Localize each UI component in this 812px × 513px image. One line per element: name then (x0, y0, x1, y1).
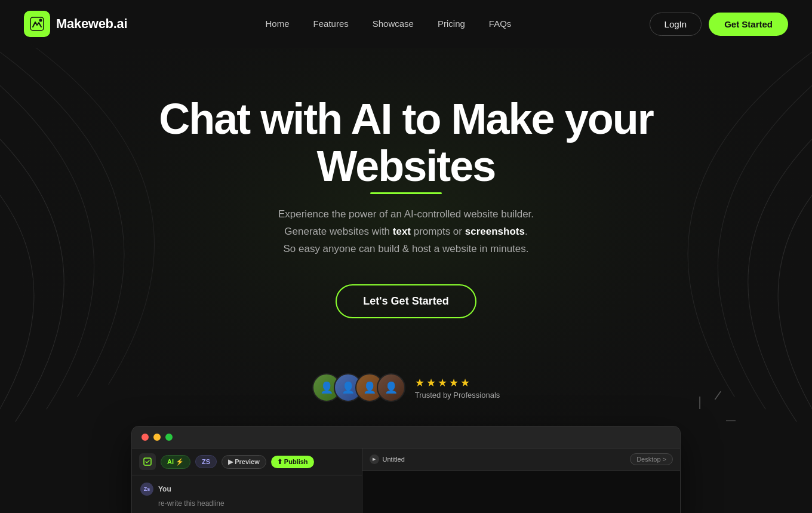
svg-point-3 (39, 19, 42, 22)
preview-toolbar-button[interactable]: ▶ Preview (222, 455, 266, 469)
star-4: ★ (449, 376, 459, 389)
hero-subtitle: Experience the power of an AI-controlled… (227, 206, 585, 258)
star-5: ★ (460, 376, 470, 389)
hero-section: Chat with AI to Make your Websites Exper… (0, 48, 812, 342)
preview-toolbar: ▶ Untitled Desktop > (362, 449, 680, 471)
message-header: Zs You (140, 483, 353, 496)
brand-name: Makeweb.ai (56, 16, 127, 32)
message-avatar: Zs (140, 483, 153, 496)
window-content: AI ⚡ ZS ▶ Preview ⬆ Publish Zs Yo (132, 449, 680, 513)
hero-cta-button[interactable]: Let's Get Started (336, 284, 476, 318)
hero-underline (370, 192, 442, 194)
desktop-button[interactable]: Desktop > (630, 453, 673, 465)
nav-faqs[interactable]: FAQs (489, 19, 512, 29)
logo-link[interactable]: Makeweb.ai (24, 11, 127, 37)
hero-title: Chat with AI to Make your Websites (119, 96, 693, 194)
chat-panel: AI ⚡ ZS ▶ Preview ⬆ Publish Zs Yo (132, 449, 362, 513)
window-dot-red[interactable] (142, 434, 149, 441)
mockup-container: AI ⚡ ZS ▶ Preview ⬆ Publish Zs Yo (107, 426, 705, 513)
nav-home[interactable]: Home (266, 19, 290, 29)
message-text: re-write this headline (140, 499, 353, 508)
logo-icon (24, 11, 50, 37)
window-dot-yellow[interactable] (153, 434, 161, 441)
preview-content (362, 471, 680, 513)
proof-text: ★ ★ ★ ★ ★ Trusted by Professionals (415, 376, 500, 400)
window-dot-green[interactable] (165, 434, 173, 441)
navbar: Makeweb.ai Home Features Showcase Pricin… (0, 0, 812, 48)
nav-features[interactable]: Features (313, 19, 349, 29)
star-3: ★ (438, 376, 447, 389)
get-started-nav-button[interactable]: Get Started (709, 13, 788, 36)
mockup-window: AI ⚡ ZS ▶ Preview ⬆ Publish Zs Yo (131, 426, 681, 513)
star-1: ★ (415, 376, 425, 389)
preview-title: Untitled (383, 456, 405, 463)
zs-toolbar-button[interactable]: ZS (195, 455, 217, 468)
preview-panel: ▶ Untitled Desktop > (362, 449, 680, 513)
deco-dash: — (726, 415, 736, 426)
chat-message: Zs You re-write this headline (132, 475, 362, 513)
window-titlebar (132, 426, 680, 449)
preview-title-area: ▶ Untitled (370, 454, 405, 464)
chat-icon (139, 453, 156, 470)
nav-pricing[interactable]: Pricing (438, 19, 465, 29)
nav-actions: LogIn Get Started (650, 13, 788, 36)
nav-showcase[interactable]: Showcase (373, 19, 414, 29)
play-icon: ▶ (370, 454, 379, 464)
social-proof: 👤 👤 👤 👤 ★ ★ ★ ★ ★ Trusted by Professiona… (0, 373, 812, 402)
publish-toolbar-button[interactable]: ⬆ Publish (271, 456, 314, 468)
svg-rect-4 (144, 458, 151, 465)
star-2: ★ (426, 376, 436, 389)
ai-toolbar-button[interactable]: AI ⚡ (161, 455, 190, 469)
star-rating: ★ ★ ★ ★ ★ (415, 376, 470, 389)
login-button[interactable]: LogIn (650, 13, 702, 36)
trusted-label: Trusted by Professionals (415, 391, 500, 400)
nav-links: Home Features Showcase Pricing FAQs (266, 19, 512, 29)
avatars-group: 👤 👤 👤 👤 (312, 373, 405, 402)
chat-toolbar: AI ⚡ ZS ▶ Preview ⬆ Publish (132, 449, 362, 475)
message-sender: You (158, 485, 171, 493)
avatar: 👤 (377, 373, 405, 402)
